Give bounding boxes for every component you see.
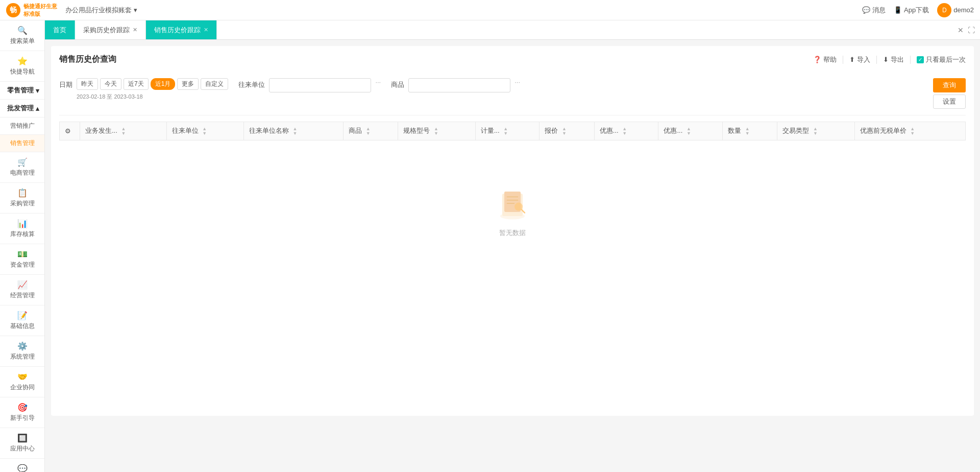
settings-gear-icon[interactable]: ⚙: [65, 127, 71, 135]
col-price[interactable]: 报价 ▲▼: [540, 122, 594, 140]
sidebar-item-operations[interactable]: 📈 经营管理: [0, 275, 44, 305]
goods-dots-icon[interactable]: ···: [514, 78, 520, 86]
page-card: 销售历史价查询 ❓ 帮助 ⬆ 导入 ⬇: [51, 46, 974, 416]
empty-state: 暂无数据: [59, 140, 966, 278]
sidebar-label-finance: 资金管理: [10, 261, 35, 269]
partner-input[interactable]: [269, 78, 371, 92]
date-btn-1month[interactable]: 近1月: [151, 78, 176, 90]
tab-sales-close-icon[interactable]: ✕: [204, 27, 208, 33]
message-button[interactable]: 💬 消息: [862, 6, 886, 15]
tab-close-all-button[interactable]: ✕: [958, 26, 964, 34]
col-no-tax-price[interactable]: 优惠前无税单价 ▲▼: [854, 122, 965, 140]
date-btn-7days[interactable]: 近7天: [124, 78, 149, 90]
sidebar-sub-sales[interactable]: 销售管理: [0, 135, 44, 152]
sidebar-item-system[interactable]: ⚙️ 系统管理: [0, 336, 44, 367]
col-qty[interactable]: 数量 ▲▼: [723, 122, 777, 140]
sidebar-sub-marketing[interactable]: 营销推广: [0, 117, 44, 135]
company-selector[interactable]: 办公用品行业模拟账套 ▾: [61, 4, 141, 17]
date-buttons: 昨天 今天 近7天 近1月 更多 自定义: [77, 78, 228, 90]
sidebar-item-retail[interactable]: 零售管理 ▾: [0, 82, 44, 100]
user-area[interactable]: D demo2: [937, 3, 974, 17]
action-separator-1: [843, 56, 843, 64]
help-button[interactable]: ❓ 帮助: [813, 55, 837, 64]
sidebar-item-wholesale[interactable]: 批发管理 ▴: [0, 100, 44, 117]
sidebar-item-ecommerce[interactable]: 🛒 电商管理: [0, 152, 44, 183]
last-once-area[interactable]: ✓ 只看最后一次: [917, 55, 966, 64]
sidebar-item-basic-info[interactable]: 📝 基础信息: [0, 305, 44, 336]
col-goods[interactable]: 商品 ▲▼: [344, 122, 398, 140]
sort-no-tax-price: ▲▼: [910, 127, 915, 136]
header-right: 💬 消息 📱 App下载 D demo2: [862, 3, 974, 17]
sidebar-item-collaboration[interactable]: 🤝 企业协同: [0, 367, 44, 397]
user-avatar: D: [937, 3, 951, 17]
export-button[interactable]: ⬇ 导出: [883, 55, 904, 64]
sidebar-item-wechat[interactable]: 💬 企业微信: [0, 459, 44, 472]
date-btn-yesterday[interactable]: 昨天: [77, 78, 98, 90]
top-header: 畅 畅捷通好生意 标准版 办公用品行业模拟账套 ▾ 💬 消息 📱 App下载 D…: [0, 0, 980, 20]
main-layout: 🔍 搜索菜单 ⭐ 快捷导航 零售管理 ▾ 批发管理 ▴ 营销推广 销售管理 🛒 …: [0, 20, 980, 472]
sort-spec: ▲▼: [434, 127, 438, 136]
wholesale-expand-icon: ▴: [36, 105, 39, 112]
col-biz-date[interactable]: 业务发生... ▲▼: [80, 122, 167, 140]
company-name: 办公用品行业模拟账套: [65, 6, 132, 15]
sidebar-label-inventory: 库存核算: [10, 230, 35, 239]
sidebar-label-wholesale: 批发管理: [7, 104, 34, 113]
basic-info-icon: 📝: [17, 311, 28, 320]
settings-button[interactable]: 设置: [933, 95, 966, 109]
last-once-checkbox[interactable]: ✓: [917, 56, 924, 63]
export-label: 导出: [891, 55, 904, 64]
col-partner-name[interactable]: 往来单位名称 ▲▼: [243, 122, 343, 140]
sidebar-item-app-center[interactable]: 🔲 应用中心: [0, 428, 44, 459]
sidebar-label-operations: 经营管理: [10, 291, 35, 300]
col-settings: ⚙: [60, 122, 80, 140]
partner-filter-label: 往来单位: [238, 78, 265, 89]
col-discount1[interactable]: 优惠... ▲▼: [594, 122, 658, 140]
col-partner-code[interactable]: 往来单位 ▲▼: [166, 122, 243, 140]
sidebar-item-search[interactable]: 🔍 搜索菜单: [0, 20, 44, 51]
tab-fullscreen-button[interactable]: ⛶: [968, 26, 975, 34]
date-btn-more[interactable]: 更多: [177, 78, 199, 90]
page-content: 销售历史价查询 ❓ 帮助 ⬆ 导入 ⬇: [45, 40, 980, 472]
page-title-row: 销售历史价查询 ❓ 帮助 ⬆ 导入 ⬇: [59, 54, 966, 65]
query-button[interactable]: 查询: [933, 78, 966, 92]
sidebar-item-guide[interactable]: 🎯 新手引导: [0, 397, 44, 428]
user-name: demo2: [953, 6, 974, 14]
sidebar-item-finance[interactable]: 💵 资金管理: [0, 244, 44, 275]
export-icon: ⬇: [883, 56, 889, 63]
page-title: 销售历史价查询: [59, 54, 116, 65]
app-download-button[interactable]: 📱 App下载: [894, 6, 929, 15]
app-icon: 📱: [894, 6, 902, 14]
data-table: ⚙ 业务发生... ▲▼ 往来单位 ▲▼ 往来单位名称: [59, 122, 966, 140]
help-icon: ❓: [813, 56, 821, 63]
partner-dots-icon[interactable]: ···: [375, 78, 381, 86]
sort-discount2: ▲▼: [687, 127, 691, 136]
tab-purchase-history[interactable]: 采购历史价跟踪 ✕: [75, 20, 146, 39]
sidebar-item-shortcuts[interactable]: ⭐ 快捷导航: [0, 51, 44, 82]
logo-icon: 畅: [6, 3, 20, 17]
company-dropdown-icon: ▾: [134, 6, 137, 14]
col-unit[interactable]: 计量... ▲▼: [475, 122, 540, 140]
content-area: 首页 采购历史价跟踪 ✕ 销售历史价跟踪 ✕ ✕ ⛶ 销售历史价查询: [45, 20, 980, 472]
action-separator-2: [876, 56, 877, 64]
col-trade-type[interactable]: 交易类型 ▲▼: [777, 122, 854, 140]
sort-goods: ▲▼: [366, 127, 371, 136]
message-icon: 💬: [862, 6, 870, 14]
col-spec[interactable]: 规格型号 ▲▼: [398, 122, 475, 140]
sidebar-label-app-center: 应用中心: [10, 444, 35, 453]
help-label: 帮助: [823, 55, 837, 64]
wechat-icon: 💬: [17, 464, 28, 472]
import-button[interactable]: ⬆ 导入: [849, 55, 870, 64]
logo-text: 畅捷通好生意 标准版: [23, 3, 57, 17]
tab-sales-history[interactable]: 销售历史价跟踪 ✕: [146, 20, 217, 39]
date-btn-custom[interactable]: 自定义: [201, 78, 228, 90]
date-btn-today[interactable]: 今天: [100, 78, 121, 90]
finance-icon: 💵: [17, 249, 28, 259]
sidebar-item-inventory[interactable]: 📊 库存核算: [0, 214, 44, 244]
sort-partner-code: ▲▼: [202, 127, 207, 136]
tab-home[interactable]: 首页: [45, 20, 75, 39]
sidebar-item-purchase[interactable]: 📋 采购管理: [0, 183, 44, 214]
goods-input[interactable]: [408, 78, 510, 92]
col-discount2[interactable]: 优惠... ▲▼: [658, 122, 723, 140]
tab-purchase-close-icon[interactable]: ✕: [133, 27, 137, 33]
header-left: 畅 畅捷通好生意 标准版 办公用品行业模拟账套 ▾: [6, 3, 141, 17]
